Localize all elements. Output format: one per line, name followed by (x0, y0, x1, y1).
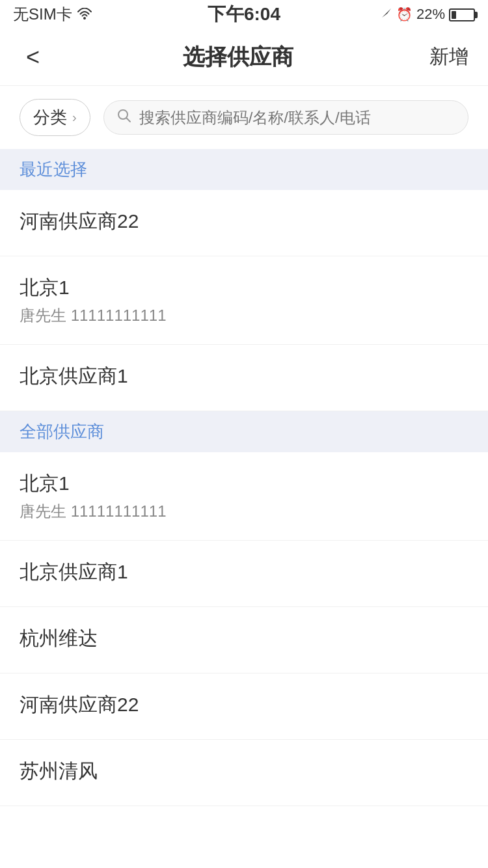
nav-bar: < 选择供应商 新增 (0, 29, 488, 86)
status-right: ⏰ 22% (381, 6, 475, 23)
item-sub: 唐先生 11111111111 (20, 501, 468, 522)
new-button[interactable]: 新增 (429, 44, 468, 70)
page-title: 选择供应商 (183, 42, 293, 72)
list-item[interactable]: 北京供应商1 (0, 541, 488, 607)
filter-bar: 分类 › (0, 86, 488, 149)
item-name: 河南供应商22 (20, 692, 468, 718)
carrier-text: 无SIM卡 (13, 4, 72, 25)
list-item[interactable]: 北京1唐先生 11111111111 (0, 256, 488, 345)
recent-list: 河南供应商22北京1唐先生 11111111111北京供应商1 (0, 190, 488, 411)
chevron-right-icon: › (72, 110, 77, 125)
status-time: 下午6:04 (208, 2, 280, 27)
item-name: 河南供应商22 (20, 208, 468, 235)
category-label: 分类 (33, 106, 67, 129)
battery-icon (449, 6, 475, 23)
location-icon (381, 6, 392, 23)
item-name: 苏州清风 (20, 758, 468, 785)
search-icon (117, 107, 131, 128)
battery-percent: 22% (416, 6, 445, 23)
wifi-icon (77, 5, 92, 23)
all-section-header: 全部供应商 (0, 411, 488, 452)
search-input[interactable] (139, 109, 455, 127)
list-item[interactable]: 苏州清风 (0, 740, 488, 806)
status-left: 无SIM卡 (13, 4, 92, 25)
back-button[interactable]: < (20, 37, 46, 77)
list-item[interactable]: 杭州维达 (0, 607, 488, 673)
list-item[interactable]: 河南供应商22 (0, 673, 488, 740)
all-list: 北京1唐先生 11111111111北京供应商1杭州维达河南供应商22苏州清风 (0, 452, 488, 806)
all-section-label: 全部供应商 (20, 422, 104, 441)
svg-line-1 (126, 118, 130, 122)
search-box (103, 100, 468, 135)
item-name: 北京供应商1 (20, 559, 468, 586)
item-name: 北京供应商1 (20, 363, 468, 390)
item-name: 北京1 (20, 470, 468, 497)
recent-section-label: 最近选择 (20, 159, 87, 179)
category-button[interactable]: 分类 › (20, 99, 90, 136)
list-item[interactable]: 河南供应商22 (0, 190, 488, 256)
item-sub: 唐先生 11111111111 (20, 305, 468, 326)
item-name: 北京1 (20, 275, 468, 301)
recent-section-header: 最近选择 (0, 149, 488, 190)
item-name: 杭州维达 (20, 625, 468, 652)
alarm-icon: ⏰ (396, 7, 413, 22)
status-bar: 无SIM卡 下午6:04 ⏰ 22% (0, 0, 488, 29)
list-item[interactable]: 北京供应商1 (0, 345, 488, 411)
list-item[interactable]: 北京1唐先生 11111111111 (0, 452, 488, 541)
